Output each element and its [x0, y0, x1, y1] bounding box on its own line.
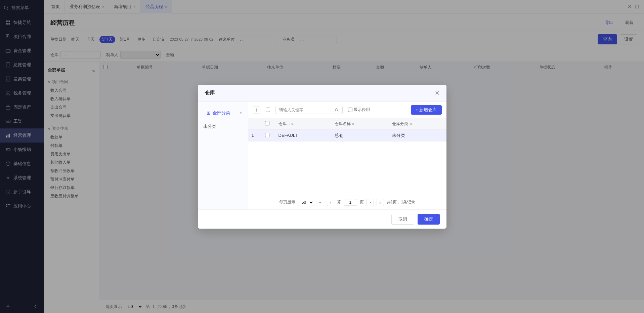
confirm-btn[interactable]: 确定 — [418, 214, 440, 225]
modal-body: ⊞ 全部分类 « 未分类 — [198, 102, 446, 209]
modal-search-input[interactable] — [279, 108, 333, 112]
table-row[interactable]: 1 DEFAULT 总仓 未分类 — [248, 129, 446, 141]
warehouse-modal: 仓库 ✕ ⊞ 全部分类 « 未分类 — [198, 85, 446, 229]
modal-table-header-row: 仓库... ⇅ 仓库名称 ⇅ 仓库分类 ⇅ — [248, 118, 446, 130]
th-warehouse-code: 仓库... ⇅ — [275, 118, 331, 130]
modal-table-container: 仓库... ⇅ 仓库名称 ⇅ 仓库分类 ⇅ — [248, 118, 446, 195]
modal-right-content: 显示停用 + 新增仓库 仓库... ⇅ — [248, 102, 446, 209]
select-all-modal-checkbox[interactable] — [266, 108, 270, 112]
cell-checkbox — [262, 129, 275, 141]
modal-page-label: 算 — [337, 199, 341, 205]
modal-header-checkbox[interactable] — [265, 121, 269, 125]
cancel-btn[interactable]: 取消 — [391, 214, 414, 225]
cell-name: 总仓 — [331, 129, 389, 141]
modal-per-page-label: 每页显示 — [279, 199, 295, 205]
cell-code: DEFAULT — [275, 129, 331, 141]
show-disabled-checkbox[interactable] — [348, 108, 352, 112]
modal-sidebar-all[interactable]: ⊞ 全部分类 — [201, 107, 235, 119]
modal-search-icon — [335, 108, 339, 112]
modal-table: 仓库... ⇅ 仓库名称 ⇅ 仓库分类 ⇅ — [248, 118, 446, 142]
all-categories-icon: ⊞ — [207, 110, 211, 116]
add-warehouse-btn[interactable]: + 新增仓库 — [411, 105, 441, 115]
th-checkbox — [262, 118, 275, 130]
modal-sidebar: ⊞ 全部分类 « 未分类 — [198, 102, 248, 209]
modal-first-btn[interactable]: « — [317, 199, 324, 206]
cell-row-num: 1 — [248, 129, 262, 141]
modal-toolbar: 显示停用 + 新增仓库 — [248, 102, 446, 118]
modal-overlay[interactable]: 仓库 ✕ ⊞ 全部分类 « 未分类 — [0, 0, 644, 313]
modal-page-size[interactable]: 50 — [298, 199, 314, 206]
th-warehouse-name: 仓库名称 ⇅ — [331, 118, 389, 130]
modal-pagination: 每页显示 50 « ‹ 算 页 › » 共1页，1条记录 — [248, 195, 446, 209]
modal-total-info: 共1页，1条记录 — [387, 199, 415, 205]
settings-small-btn[interactable] — [253, 106, 260, 114]
show-disabled-label[interactable]: 显示停用 — [348, 107, 370, 113]
svg-point-34 — [256, 109, 257, 111]
th-row-num — [248, 118, 262, 130]
modal-title: 仓库 — [205, 90, 215, 96]
svg-line-36 — [337, 111, 338, 112]
cell-category: 未分类 — [389, 129, 446, 141]
modal-last-btn[interactable]: » — [377, 199, 384, 206]
modal-search-box[interactable] — [275, 106, 343, 114]
modal-sidebar-uncategorized[interactable]: 未分类 — [198, 121, 248, 132]
modal-header: 仓库 ✕ — [198, 85, 446, 102]
modal-footer: 取消 确定 — [198, 209, 446, 229]
settings-small-icon — [254, 108, 259, 112]
th-warehouse-category: 仓库分类 ⇅ — [389, 118, 446, 130]
modal-page-input[interactable] — [344, 199, 357, 206]
modal-prev-btn[interactable]: ‹ — [327, 199, 334, 206]
modal-close-btn[interactable]: ✕ — [435, 89, 440, 97]
modal-next-btn[interactable]: › — [367, 199, 374, 206]
modal-sidebar-toggle[interactable]: « — [237, 111, 245, 115]
modal-page-unit: 页 — [360, 199, 364, 205]
row-checkbox[interactable] — [265, 133, 269, 137]
svg-point-35 — [335, 108, 338, 111]
